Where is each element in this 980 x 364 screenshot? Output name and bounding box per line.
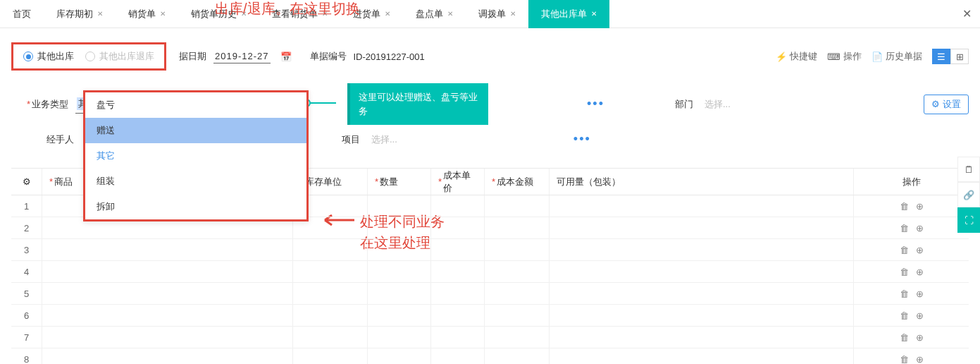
cell-price[interactable] [431,327,485,348]
cell-qty[interactable] [368,305,431,326]
cell-unit[interactable] [293,348,368,364]
cell-product[interactable] [42,283,293,304]
add-icon[interactable]: ⊕ [916,310,924,321]
radio-other-outbound-return[interactable]: 其他出库退库 [85,50,154,63]
cell-unit[interactable] [293,327,368,348]
tab-transfer[interactable]: 调拨单✕ [466,0,528,28]
delete-icon[interactable]: 🗑 [900,332,909,343]
tab-other-outbound[interactable]: 其他出库单✕ [528,0,609,28]
cell-price[interactable] [431,283,485,304]
add-icon[interactable]: ⊕ [916,332,924,343]
tip-box: 这里可以处理赠送、盘亏等业务 [347,83,488,125]
delete-icon[interactable]: 🗑 [900,310,909,321]
more-icon[interactable]: ••• [587,97,604,111]
cell-product[interactable] [42,348,293,364]
dropdown-item-loss[interactable]: 盘亏 [85,92,306,118]
delete-icon[interactable]: 🗑 [900,289,909,299]
tab-stocktake[interactable]: 盘点单✕ [403,0,466,28]
table-row[interactable]: 4🗑⊕ [11,261,969,283]
cell-amount[interactable] [485,239,550,260]
settings-button[interactable]: ⚙设置 [924,95,969,114]
more-icon[interactable]: ••• [573,132,591,147]
tab-inventory-init[interactable]: 库存期初✕ [44,0,116,28]
view-list-icon[interactable]: ☰ [932,49,950,64]
cell-price[interactable] [431,217,485,238]
cell-qty[interactable] [368,348,431,364]
tab-home[interactable]: 首页 [0,0,44,28]
delete-icon[interactable]: 🗑 [900,267,909,277]
close-icon[interactable]: ✕ [447,10,453,18]
close-icon[interactable]: ✕ [385,10,390,18]
operate-link[interactable]: ⌨操作 [827,50,862,63]
cell-price[interactable] [431,261,485,282]
cell-price[interactable] [431,195,485,217]
cell-product[interactable] [42,327,293,348]
table-row[interactable]: 7🗑⊕ [11,327,969,348]
cell-qty[interactable] [368,327,431,348]
cell-amount[interactable] [485,195,550,217]
cell-qty[interactable] [368,195,431,217]
cell-available [550,239,854,260]
gear-column[interactable]: ⚙ [11,169,42,195]
view-grid-icon[interactable]: ⊞ [950,49,969,64]
add-icon[interactable]: ⊕ [916,267,924,277]
project-select[interactable]: 选择... [371,133,397,146]
cell-amount[interactable] [485,217,550,238]
cell-ops: 🗑⊕ [854,239,969,260]
dropdown-item-gift[interactable]: 赠送 [85,118,306,143]
dropdown-item-disassemble[interactable]: 拆卸 [85,194,306,219]
history-link[interactable]: 📄历史单据 [872,50,922,63]
add-icon[interactable]: ⊕ [916,201,924,212]
cell-unit[interactable] [293,305,368,326]
add-icon[interactable]: ⊕ [916,289,924,299]
lightning-icon: ⚡ [776,51,787,62]
table-row[interactable]: 8🗑⊕ [11,348,969,364]
close-icon[interactable]: ✕ [510,10,516,18]
shortcut-link[interactable]: ⚡快捷键 [776,50,817,63]
cell-amount[interactable] [485,305,550,326]
cell-unit[interactable] [293,283,368,304]
cell-price[interactable] [431,239,485,260]
delete-icon[interactable]: 🗑 [900,201,909,212]
side-note-icon[interactable]: 🗒 [957,157,980,182]
delete-icon[interactable]: 🗑 [900,354,909,365]
cell-price[interactable] [431,348,485,364]
cell-product[interactable] [42,305,293,326]
dropdown-item-assemble[interactable]: 组装 [85,169,306,194]
cell-amount[interactable] [485,348,550,364]
close-icon[interactable]: ✕ [160,10,166,18]
add-icon[interactable]: ⊕ [916,354,924,365]
cell-unit[interactable] [293,239,368,260]
table-row[interactable]: 6🗑⊕ [11,305,969,327]
side-expand-icon[interactable]: ⛶ [957,207,980,233]
cell-product[interactable] [42,261,293,282]
col-available: 可用量（包装） [550,169,854,195]
close-icon[interactable]: ✕ [591,10,597,18]
cell-qty[interactable] [368,261,431,282]
tab-sales[interactable]: 销货单✕ [116,0,178,28]
close-all-icon[interactable]: ✕ [962,7,972,20]
cell-product[interactable] [42,239,293,260]
cell-qty[interactable] [368,283,431,304]
delete-icon[interactable]: 🗑 [900,223,909,233]
cell-price[interactable] [431,305,485,326]
cell-amount[interactable] [485,283,550,304]
cell-qty[interactable] [368,239,431,260]
side-link-icon[interactable]: 🔗 [957,182,980,207]
cell-qty[interactable] [368,217,431,238]
calendar-icon[interactable]: 📅 [280,51,292,62]
add-icon[interactable]: ⊕ [916,245,924,255]
table-row[interactable]: 3🗑⊕ [11,239,969,261]
cell-unit[interactable] [293,261,368,282]
date-input[interactable]: 2019-12-27 [213,49,271,63]
dept-select[interactable]: 选择... [705,98,731,111]
radio-other-outbound[interactable]: 其他出库 [23,50,74,63]
dropdown-item-other[interactable]: 其它 [85,143,306,169]
close-icon[interactable]: ✕ [97,10,103,18]
cell-amount[interactable] [485,261,550,282]
cell-amount[interactable] [485,327,550,348]
delete-icon[interactable]: 🗑 [900,245,909,255]
docno-label: 单据编号 [310,50,347,63]
add-icon[interactable]: ⊕ [916,223,924,233]
table-row[interactable]: 5🗑⊕ [11,283,969,305]
